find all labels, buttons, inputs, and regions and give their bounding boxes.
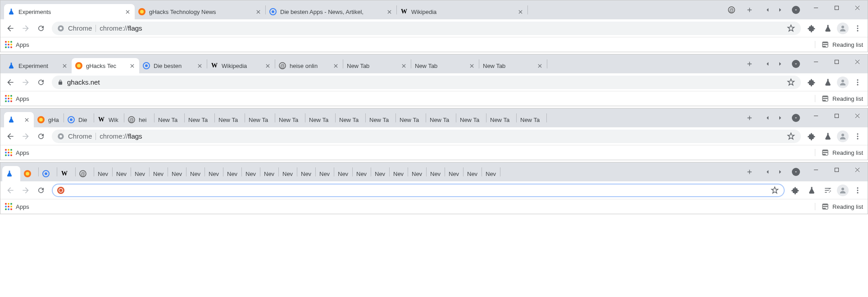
tab-close-button[interactable] bbox=[23, 116, 30, 123]
bookmark-star-button[interactable] bbox=[786, 132, 795, 141]
tab-scroll-left-button[interactable] bbox=[761, 166, 774, 178]
back-button[interactable] bbox=[3, 129, 18, 144]
reading-list-button[interactable]: Reading list bbox=[815, 149, 863, 156]
address-bar[interactable]: Chromechrome://flags bbox=[52, 130, 801, 143]
apps-button[interactable]: Apps bbox=[5, 203, 29, 210]
reading-list-button[interactable]: Reading list bbox=[815, 41, 863, 48]
new-tab-button[interactable] bbox=[743, 166, 756, 178]
forward-button[interactable] bbox=[18, 183, 33, 198]
tab[interactable]: WWikipedia bbox=[397, 4, 527, 19]
reload-button[interactable] bbox=[34, 129, 48, 144]
site-info-icon[interactable] bbox=[57, 79, 64, 86]
bookmark-star-button[interactable] bbox=[786, 78, 795, 87]
chrome-menu-button[interactable] bbox=[850, 129, 865, 144]
site-chip[interactable]: Chrome bbox=[57, 24, 92, 32]
tab[interactable]: WWikipedia bbox=[207, 58, 275, 73]
reload-button[interactable] bbox=[34, 21, 48, 36]
tab[interactable]: W bbox=[57, 166, 75, 181]
tab[interactable]: Nev bbox=[94, 166, 112, 181]
tab[interactable]: Nev bbox=[168, 166, 186, 181]
tab[interactable]: Nev bbox=[371, 166, 389, 181]
tab-scroll-left-button[interactable] bbox=[761, 58, 774, 70]
tab[interactable]: Nev bbox=[390, 166, 408, 181]
tab-close-button[interactable] bbox=[264, 62, 271, 69]
tab[interactable]: Nev bbox=[260, 166, 278, 181]
tab[interactable]: Experiment bbox=[4, 58, 72, 73]
tab[interactable]: Nev bbox=[131, 166, 149, 181]
reading-list-button[interactable]: Reading list bbox=[815, 95, 863, 102]
tab[interactable]: Nev bbox=[297, 166, 315, 181]
side-panel-button[interactable] bbox=[821, 183, 835, 198]
site-chip[interactable]: Chrome bbox=[57, 132, 92, 140]
heise-icon[interactable]: @ bbox=[725, 4, 738, 16]
back-button[interactable] bbox=[3, 183, 18, 198]
url-text[interactable]: chrome://flags bbox=[100, 24, 783, 32]
extensions-button[interactable] bbox=[804, 129, 819, 144]
forward-button[interactable] bbox=[18, 21, 33, 36]
tab[interactable]: New Ta bbox=[486, 112, 516, 127]
address-bar[interactable]: ghacks.net bbox=[52, 76, 801, 89]
reload-button[interactable] bbox=[34, 183, 48, 198]
tab[interactable]: Die besten bbox=[139, 58, 207, 73]
tab[interactable]: Die besten Apps - News, Artikel, bbox=[266, 4, 396, 19]
tab[interactable]: New Ta bbox=[155, 112, 184, 127]
tab-scroll-left-button[interactable] bbox=[761, 4, 774, 16]
tab-scroll-left-button[interactable] bbox=[761, 112, 774, 124]
apps-button[interactable]: Apps bbox=[5, 149, 29, 156]
tab-search-button[interactable] bbox=[792, 168, 800, 176]
tab-scroll-right-button[interactable] bbox=[774, 4, 786, 16]
tab[interactable] bbox=[39, 166, 57, 181]
tab[interactable]: Die bbox=[64, 112, 94, 127]
tab-close-button[interactable] bbox=[517, 8, 524, 15]
tab[interactable]: New Ta bbox=[305, 112, 335, 127]
tab[interactable]: @ bbox=[76, 166, 94, 181]
back-button[interactable] bbox=[3, 75, 18, 90]
forward-button[interactable] bbox=[18, 75, 33, 90]
tab[interactable]: New Ta bbox=[366, 112, 395, 127]
tab-close-button[interactable] bbox=[468, 62, 475, 69]
extensions-button[interactable] bbox=[804, 21, 819, 36]
tab-scroll-right-button[interactable] bbox=[774, 58, 786, 70]
tab-close-button[interactable] bbox=[386, 8, 393, 15]
url-text[interactable]: chrome://flags bbox=[100, 132, 783, 140]
tab[interactable]: New Tab bbox=[411, 58, 479, 73]
tab[interactable]: Nev bbox=[242, 166, 260, 181]
profile-button[interactable] bbox=[837, 76, 849, 88]
tab[interactable]: New Ta bbox=[426, 112, 456, 127]
tab-close-button[interactable] bbox=[61, 62, 68, 69]
new-tab-button[interactable] bbox=[743, 112, 756, 124]
tab[interactable]: New Ta bbox=[185, 112, 214, 127]
tab[interactable]: New Ta bbox=[456, 112, 486, 127]
tab-search-button[interactable] bbox=[792, 6, 800, 14]
tab[interactable]: Nev bbox=[186, 166, 205, 181]
tab-close-button[interactable] bbox=[400, 62, 407, 69]
tab[interactable]: gHa bbox=[34, 112, 64, 127]
tab[interactable]: New Ta bbox=[245, 112, 275, 127]
tab[interactable]: Nev bbox=[408, 166, 426, 181]
bookmark-star-button[interactable] bbox=[770, 186, 779, 195]
tab[interactable]: Nev bbox=[482, 166, 500, 181]
tab-close-button[interactable] bbox=[124, 8, 131, 15]
tab[interactable]: Nev bbox=[464, 166, 482, 181]
tab[interactable]: WWik bbox=[94, 112, 124, 127]
labs-button[interactable] bbox=[821, 129, 835, 144]
tab-close-button[interactable] bbox=[128, 62, 136, 69]
back-button[interactable] bbox=[3, 21, 18, 36]
profile-button[interactable] bbox=[837, 130, 849, 142]
tab[interactable]: Nev bbox=[223, 166, 241, 181]
tab-close-button[interactable] bbox=[196, 62, 203, 69]
new-tab-button[interactable] bbox=[743, 58, 756, 70]
tab[interactable]: gHacks Technology News bbox=[135, 4, 265, 19]
tab[interactable]: New Tab bbox=[343, 58, 411, 73]
tab-search-button[interactable] bbox=[792, 60, 800, 68]
tab-close-button[interactable] bbox=[332, 62, 339, 69]
forward-button[interactable] bbox=[18, 129, 33, 144]
tab[interactable]: New Ta bbox=[336, 112, 365, 127]
tab[interactable]: Nev bbox=[334, 166, 352, 181]
chrome-menu-button[interactable] bbox=[850, 75, 865, 90]
new-tab-button[interactable] bbox=[743, 4, 756, 16]
tab[interactable]: @hei bbox=[124, 112, 154, 127]
apps-button[interactable]: Apps bbox=[5, 41, 29, 48]
tab[interactable]: Nev bbox=[445, 166, 463, 181]
tab[interactable]: Nev bbox=[279, 166, 297, 181]
